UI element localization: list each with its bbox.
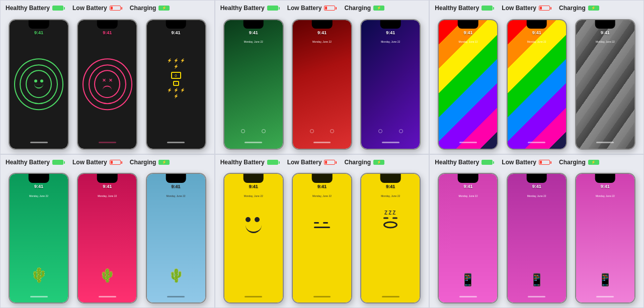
phone-date: Monday, June 22: [508, 194, 566, 197]
low-battery-icon-6: [539, 160, 550, 165]
phone-time: 9:41: [10, 184, 68, 189]
phone-date: Monday, June 22: [78, 194, 136, 197]
phone-r1c3-charging: 9:41 Monday, June 22: [575, 19, 635, 150]
low-battery-icon-5: [324, 160, 335, 165]
healthy-battery-icon-6: [481, 160, 493, 165]
phone-bottom-bar: [30, 296, 48, 297]
charging-label-6: Charging: [559, 159, 586, 166]
phone-bottom-bar: [99, 142, 116, 143]
phone-time: 9:41: [147, 30, 205, 35]
notch: [29, 174, 49, 183]
phone-bottom-bar: [245, 296, 262, 297]
phone-r2c1-low: 9:41 Monday, June 22 🌵: [77, 173, 137, 303]
phone-time: 9:41: [576, 184, 634, 189]
phone-r1c2-low: 9:41 Monday, June 22: [292, 19, 352, 150]
label-low-4: Low Battery: [72, 159, 121, 166]
healthy-battery-label-1: Healthy Battery: [6, 5, 50, 12]
phone-bottom-bar: [596, 142, 614, 143]
phone-r1c1-charging: ⚡ ⚡ ⚡ ⚡ 0 ○ ⚡ ⚡: [146, 19, 206, 150]
phone-date: Monday, June 22: [224, 40, 283, 43]
cell-r2c3-header: Healthy Battery Low Battery Charging: [435, 159, 638, 166]
label-healthy-4: Healthy Battery: [6, 159, 63, 166]
phones-row-r2c1: 9:41 Monday, June 22 🌵 9:41 Monday, June…: [6, 169, 209, 304]
phone-time: 9:41: [439, 30, 497, 35]
cell-r2c3: Healthy Battery Low Battery Charging 9:4…: [429, 154, 644, 309]
notch: [97, 174, 118, 183]
charging-label-5: Charging: [344, 159, 371, 166]
charging-label-1: Charging: [130, 5, 156, 12]
phone-time: 9:41: [10, 30, 68, 35]
notch: [312, 174, 333, 183]
phone-bottom-bar: [382, 142, 399, 143]
low-battery-icon-3: [539, 6, 550, 11]
cell-r1c2: Healthy Battery Low Battery Charging: [215, 0, 430, 154]
charging-battery-icon-2: [373, 6, 384, 11]
cell-r1c3-header: Healthy Battery Low Battery Charging: [435, 5, 638, 12]
low-battery-icon-1: [110, 6, 121, 11]
phone-time: 9:41: [508, 30, 566, 35]
label-healthy-3: Healthy Battery: [435, 5, 493, 12]
phone-screen: 9:41 Monday, June 22 🌵: [10, 174, 68, 302]
phone-r2c1-charging: 9:41 Monday, June 22 🌵: [146, 173, 206, 303]
charging-label-4: Charging: [130, 159, 156, 166]
phone-bottom-bar: [30, 142, 48, 143]
charging-battery-icon-4: [158, 160, 170, 165]
cell-r2c2: Healthy Battery Low Battery Charging 9:4…: [215, 154, 430, 309]
phone-screen: 9:41 Monday, June 22: [576, 20, 634, 149]
phone-r1c3-healthy: 9:41 Monday, June 22: [438, 19, 498, 150]
cell-r1c2-header: Healthy Battery Low Battery Charging: [220, 5, 424, 12]
label-charging-5: Charging: [344, 159, 384, 166]
phone-r2c2-healthy: 9:41 Monday, June 22: [223, 173, 284, 303]
phone-screen: 9:41 Monday, June 22 📱: [576, 174, 634, 302]
healthy-battery-label-2: Healthy Battery: [220, 5, 265, 12]
phone-bottom-bar: [99, 296, 116, 297]
phone-bottom-bar: [167, 142, 185, 143]
phone-r2c1-healthy: 9:41 Monday, June 22 🌵: [9, 173, 69, 303]
phone-date: Monday, June 22: [10, 194, 68, 197]
phone-time: 9:41: [147, 184, 205, 189]
notch: [166, 174, 186, 183]
label-charging-3: Charging: [559, 5, 599, 12]
phone-date: Monday, June 22: [439, 194, 497, 197]
healthy-battery-icon-5: [267, 160, 278, 165]
phone-screen: 9:41 Monday, June 22: [224, 20, 283, 149]
cactus-art: 🌵: [30, 267, 48, 283]
phone-screen: 9:41 Monday, June 22 ZZZ: [361, 174, 420, 302]
charging-battery-icon-5: [373, 160, 384, 165]
charging-label-2: Charging: [344, 5, 371, 12]
phone-date: Monday, June 22: [576, 194, 634, 197]
phone-r2c3-charging: 9:41 Monday, June 22 📱: [575, 173, 635, 303]
phone-screen: 9:41 Monday, June 22: [508, 20, 566, 149]
phone-time: 9:41: [439, 184, 497, 189]
phone-r1c2-healthy: 9:41 Monday, June 22: [223, 19, 284, 150]
phone-bottom-bar: [167, 296, 185, 297]
notch: [595, 174, 616, 183]
charging-battery-icon-1: [158, 6, 170, 11]
notch: [243, 174, 264, 183]
notch: [312, 20, 333, 29]
notch: [29, 20, 49, 29]
notch: [97, 20, 118, 29]
notch: [166, 20, 186, 29]
phone-screen: 9:41 Monday, June 22: [293, 174, 351, 302]
phone-screen: ✕ ✕ 9:41: [78, 20, 136, 149]
phone-r2c3-healthy: 9:41 Monday, June 22 📱: [438, 173, 498, 303]
notch: [526, 174, 547, 183]
phone-character-art-low: 📱: [529, 273, 544, 287]
cell-r2c2-header: Healthy Battery Low Battery Charging: [220, 159, 424, 166]
label-low-5: Low Battery: [287, 159, 336, 166]
notch: [380, 20, 401, 29]
phone-r1c1-low: ✕ ✕ 9:41: [77, 19, 137, 150]
healthy-battery-label-6: Healthy Battery: [435, 159, 479, 166]
cell-r1c3: Healthy Battery Low Battery Charging 9:4…: [429, 0, 644, 154]
phone-time: 9:41: [508, 184, 566, 189]
label-charging-2: Charging: [344, 5, 384, 12]
phone-date: Monday, June 22: [361, 40, 420, 43]
phone-screen: 9:41 Monday, June 22: [361, 20, 420, 149]
phone-date: Monday, June 22: [147, 194, 205, 197]
label-healthy-5: Healthy Battery: [220, 159, 278, 166]
phone-time: 9:41: [293, 30, 351, 35]
wallpaper-grid: Healthy Battery Low Battery Charging: [0, 0, 644, 308]
label-low-3: Low Battery: [502, 5, 550, 12]
healthy-battery-icon-1: [52, 6, 63, 11]
